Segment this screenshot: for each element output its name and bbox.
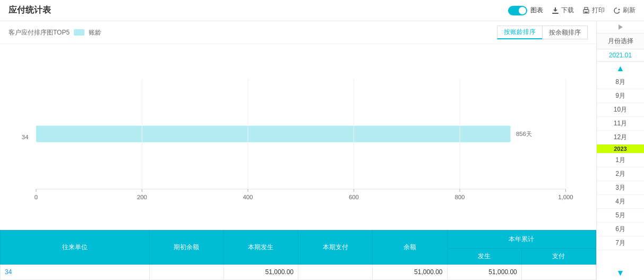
svg-rect-6	[36, 126, 511, 142]
month-sidebar: 月份选择 2021.01 ▲ 8月 9月 10月 11月 12月 2023 1月…	[596, 21, 644, 280]
month-list: 8月 9月 10月 11月 12月 2023 1月 2月 3月 4月 5月 6月…	[597, 75, 644, 266]
scroll-down-button[interactable]: ▼	[597, 266, 644, 280]
data-table: 往来单位 期初余额 本期发生 本期支付 余额 本年累计 发生 支付	[0, 230, 596, 280]
legend-color-box	[74, 29, 84, 36]
sidebar-month-5[interactable]: 5月	[597, 209, 644, 223]
chart-content: 34 856天 0 200	[0, 44, 596, 230]
sidebar-year[interactable]: 2021.01	[597, 49, 644, 62]
print-button[interactable]: 打印	[582, 6, 605, 15]
refresh-button[interactable]: 刷新	[613, 6, 636, 15]
table-row: 34 51,000.00 51,000.00 51,000.00	[1, 265, 596, 280]
sidebar-title: 月份选择	[597, 33, 644, 49]
chart-toggle-wrapper: 图表	[508, 6, 543, 15]
main-content: 客户应付排序图TOP5 账龄 按账龄排序 按余额排序 34	[0, 21, 644, 280]
cell-balance: 51,000.00	[373, 265, 447, 280]
chart-header: 客户应付排序图TOP5 账龄 按账龄排序 按余额排序	[0, 21, 596, 44]
sidebar-month-12[interactable]: 12月	[597, 131, 644, 145]
scroll-up-button[interactable]: ▲	[597, 62, 644, 75]
sidebar-month-3[interactable]: 3月	[597, 181, 644, 195]
col-header-period-balance: 期初余额	[149, 231, 224, 265]
col-header-ytd-occur: 发生	[447, 249, 521, 265]
svg-text:200: 200	[137, 194, 147, 200]
col-header-balance: 余额	[373, 231, 447, 265]
col-header-period-pay: 本期支付	[298, 231, 373, 265]
download-button[interactable]: 下载	[552, 6, 574, 15]
chart-svg: 34 856天 0 200	[8, 49, 588, 230]
sidebar-collapse-button[interactable]	[597, 21, 644, 33]
sidebar-month-4[interactable]: 4月	[597, 195, 644, 209]
sort-by-balance-button[interactable]: 按余额排序	[542, 26, 588, 39]
header-actions: 图表 下载 打印	[508, 6, 636, 15]
cell-unit: 34	[1, 265, 150, 280]
download-icon	[552, 7, 559, 14]
svg-marker-4	[618, 9, 620, 10]
sidebar-month-11[interactable]: 11月	[597, 117, 644, 131]
chart-toggle-label: 图表	[530, 6, 543, 15]
svg-text:600: 600	[349, 194, 359, 200]
sidebar-month-9[interactable]: 9月	[597, 89, 644, 103]
chart-toggle[interactable]	[508, 6, 527, 15]
sidebar-month-2[interactable]: 2月	[597, 167, 644, 181]
sidebar-year-2023[interactable]: 2023	[597, 145, 644, 154]
cell-ytd-occur: 51,000.00	[447, 265, 521, 280]
up-arrow-icon: ▲	[616, 64, 625, 73]
refresh-icon	[613, 7, 621, 14]
chevron-right-icon	[619, 24, 623, 30]
sidebar-month-8[interactable]: 8月	[597, 75, 644, 89]
svg-rect-0	[552, 13, 559, 14]
col-header-ytd: 本年累计	[447, 231, 596, 249]
chart-area: 客户应付排序图TOP5 账龄 按账龄排序 按余额排序 34	[0, 21, 596, 280]
col-header-period-occur: 本期发生	[224, 231, 298, 265]
sidebar-month-7[interactable]: 7月	[597, 236, 644, 250]
app-header: 应付统计表 图表 下载 打印	[0, 0, 644, 21]
down-arrow-icon: ▼	[616, 268, 625, 278]
svg-text:400: 400	[243, 194, 253, 200]
sidebar-month-6[interactable]: 6月	[597, 223, 644, 236]
svg-text:34: 34	[22, 134, 29, 141]
cell-period-pay	[298, 265, 373, 280]
svg-rect-3	[585, 12, 588, 13]
legend-title: 客户应付排序图TOP5	[8, 28, 70, 37]
print-icon	[582, 7, 590, 14]
sort-buttons: 按账龄排序 按余额排序	[497, 26, 588, 39]
svg-text:1,000: 1,000	[558, 194, 573, 200]
legend-color-label: 账龄	[89, 28, 101, 37]
svg-rect-2	[585, 7, 588, 10]
cell-period-occur: 51,000.00	[224, 265, 298, 280]
summary-table: 往来单位 期初余额 本期发生 本期支付 余额 本年累计 发生 支付	[0, 230, 596, 280]
page-title: 应付统计表	[8, 5, 51, 16]
col-header-unit: 往来单位	[1, 231, 150, 265]
chart-legend: 客户应付排序图TOP5 账龄	[8, 28, 101, 37]
svg-text:0: 0	[35, 194, 38, 200]
cell-period-balance	[149, 265, 224, 280]
col-header-ytd-pay: 支付	[521, 249, 596, 265]
svg-text:856天: 856天	[516, 131, 532, 137]
sidebar-month-1[interactable]: 1月	[597, 154, 644, 167]
unit-link[interactable]: 34	[5, 268, 12, 276]
svg-text:800: 800	[454, 194, 465, 200]
cell-ytd-pay	[521, 265, 596, 280]
sort-by-age-button[interactable]: 按账龄排序	[497, 26, 542, 39]
sidebar-month-10[interactable]: 10月	[597, 103, 644, 117]
